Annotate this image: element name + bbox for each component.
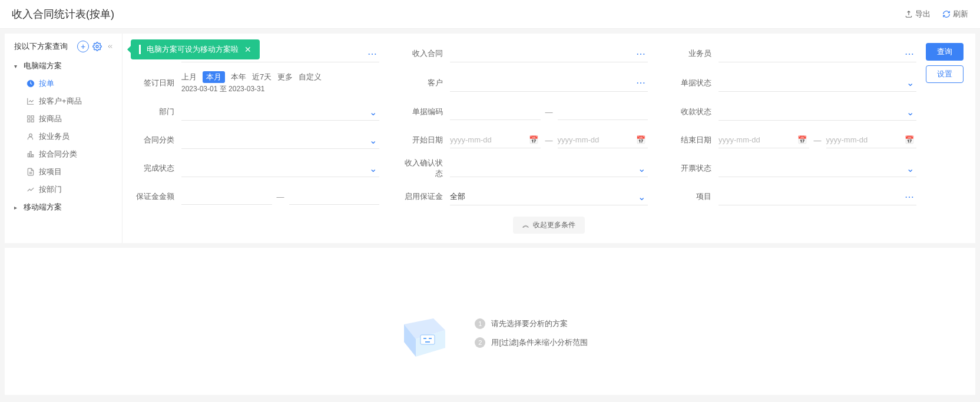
sidebar-item-by-customer-product[interactable]: 按客户+商品: [5, 92, 122, 110]
filter-sign-date: 签订日期 上月 本月 本年 近7天 更多 自定义 2023-03-01 至 20…: [134, 71, 379, 94]
filter-contract-category: 合同分类 ⌄: [134, 129, 379, 151]
sidebar-item-by-salesperson[interactable]: 按业务员: [5, 128, 122, 145]
filter-end-date: 结束日期 yyyy-mm-dd 📅 — yyyy-mm-dd 📅: [671, 129, 916, 151]
filter-invoice-status: 开票状态 ⌄: [671, 158, 916, 179]
sidebar-item-by-bill[interactable]: 按单: [5, 75, 122, 92]
contract-category-select[interactable]: ⌄: [181, 131, 379, 149]
department-select[interactable]: ⌄: [181, 103, 379, 121]
range-separator: —: [545, 136, 553, 145]
svg-rect-8: [30, 151, 31, 157]
date-opt-more[interactable]: 更多: [277, 72, 293, 82]
export-icon: [905, 10, 913, 18]
tip-text: 电脑方案可设为移动方案啦: [147, 44, 239, 55]
refresh-button[interactable]: 刷新: [942, 9, 968, 19]
export-button[interactable]: 导出: [905, 9, 931, 19]
filter-bill-no: 单据编码 —: [403, 101, 648, 122]
date-opt-last-month[interactable]: 上月: [181, 72, 197, 82]
collapse-conditions-button[interactable]: ︽ 收起更多条件: [513, 217, 585, 234]
filter-start-date: 开始日期 yyyy-mm-dd 📅 — yyyy-mm-dd 📅: [403, 129, 648, 151]
page-title: 收入合同统计表(按单): [12, 7, 114, 21]
sidebar-collapse-button[interactable]: [105, 42, 115, 51]
chevron-down-icon: ⌄: [906, 77, 914, 88]
filter-income-contract: 收入合同 ⋯: [403, 43, 648, 64]
file-icon: [26, 167, 35, 177]
sidebar-item-by-project[interactable]: 按项目: [5, 163, 122, 181]
start-date-from-input[interactable]: yyyy-mm-dd 📅: [450, 132, 541, 148]
sidebar-item-by-department[interactable]: 按部门: [5, 181, 122, 198]
receipt-status-select[interactable]: ⌄: [719, 103, 916, 121]
filter-deposit-amount: 保证金金额 —: [134, 186, 379, 207]
svg-rect-3: [31, 116, 34, 118]
svg-rect-9: [32, 155, 33, 157]
more-icon: ⋯: [636, 77, 645, 88]
range-separator: —: [277, 192, 284, 201]
bill-status-select[interactable]: ⌄: [719, 74, 916, 92]
date-opt-7days[interactable]: 近7天: [252, 72, 272, 82]
sidebar-item-by-product[interactable]: 按商品: [5, 110, 122, 128]
tip-bar-icon: [139, 45, 141, 54]
filter-project: 项目 ⋯: [671, 186, 916, 207]
add-scheme-button[interactable]: +: [77, 41, 89, 52]
bar-chart-icon: [26, 149, 35, 159]
user-icon: [26, 132, 35, 141]
chevron-down-icon: ⌄: [906, 162, 914, 174]
invoice-status-select[interactable]: ⌄: [719, 160, 916, 177]
deposit-to-input[interactable]: [289, 188, 380, 205]
tip-close-button[interactable]: ✕: [244, 45, 251, 54]
date-opt-custom[interactable]: 自定义: [299, 72, 322, 82]
sidebar-item-by-contract-category[interactable]: 按合同分类: [5, 145, 122, 163]
deposit-from-input[interactable]: [181, 188, 272, 205]
svg-rect-7: [28, 154, 29, 157]
trend-icon: [26, 185, 35, 194]
date-opt-this-month[interactable]: 本月: [203, 71, 225, 83]
filter-receipt-status: 收款状态 ⌄: [671, 101, 916, 122]
query-button[interactable]: 查询: [926, 43, 964, 61]
filter-complete-status: 完成状态 ⌄: [134, 158, 379, 179]
empty-state: 1 请先选择要分析的方案 2 用[过滤]条件来缩小分析范围: [5, 248, 975, 395]
tree-group-mobile[interactable]: ▸ 移动端方案: [5, 198, 122, 216]
svg-rect-2: [28, 116, 30, 118]
refresh-icon: [942, 10, 951, 18]
empty-step-1: 1 请先选择要分析的方案: [475, 318, 587, 329]
customer-picker[interactable]: ⋯: [450, 74, 648, 92]
svg-point-0: [96, 45, 98, 48]
calendar-icon: 📅: [797, 135, 807, 144]
sidebar: 按以下方案查询 + ▾ 电脑端方案 按单 按客户+商品: [5, 34, 122, 243]
income-confirm-status-select[interactable]: ⌄: [450, 160, 648, 177]
end-date-to-input[interactable]: yyyy-mm-dd 📅: [826, 132, 917, 148]
bill-no-to-input[interactable]: [558, 104, 648, 120]
scheme-settings-button[interactable]: [91, 41, 103, 52]
chevron-down-icon: ⌄: [638, 162, 645, 174]
action-column: 查询 设置: [926, 43, 964, 83]
enable-deposit-select[interactable]: 全部 ⌄: [450, 188, 648, 205]
range-separator: —: [545, 108, 553, 117]
settings-button[interactable]: 设置: [926, 65, 964, 83]
more-icon: ⋯: [636, 48, 645, 59]
filter-income-confirm-status: 收入确认状态 ⌄: [403, 158, 648, 179]
filter-customer: 客户 ⋯: [403, 71, 648, 94]
income-contract-picker[interactable]: ⋯: [450, 45, 648, 62]
bill-no-from-input[interactable]: [450, 104, 541, 120]
more-icon: ⋯: [905, 191, 914, 202]
project-picker[interactable]: ⋯: [719, 188, 916, 205]
more-icon: ⋯: [905, 48, 914, 59]
svg-rect-4: [28, 119, 30, 122]
chevron-down-icon: ⌄: [369, 134, 377, 145]
sidebar-header: 按以下方案查询 +: [5, 41, 122, 57]
complete-status-select[interactable]: ⌄: [181, 160, 379, 177]
step-number-2: 2: [475, 337, 485, 348]
salesperson-picker[interactable]: ⋯: [719, 45, 916, 62]
grid-icon: [26, 114, 35, 124]
filter-panel: 电脑方案可设为移动方案啦 ✕ ⋯ 收入合同 ⋯: [122, 34, 975, 243]
sidebar-title: 按以下方案查询: [14, 41, 68, 52]
svg-point-6: [29, 134, 32, 137]
date-range-display: 2023-03-01 至 2023-03-31: [181, 84, 264, 94]
chevron-down-icon: ⌄: [906, 106, 914, 117]
start-date-to-input[interactable]: yyyy-mm-dd 📅: [558, 132, 648, 148]
end-date-from-input[interactable]: yyyy-mm-dd 📅: [719, 132, 809, 148]
chart-icon: [26, 97, 35, 106]
date-opt-this-year[interactable]: 本年: [231, 72, 246, 82]
empty-step-2: 2 用[过滤]条件来缩小分析范围: [475, 337, 587, 348]
tree-group-desktop[interactable]: ▾ 电脑端方案: [5, 57, 122, 75]
range-separator: —: [814, 136, 822, 145]
